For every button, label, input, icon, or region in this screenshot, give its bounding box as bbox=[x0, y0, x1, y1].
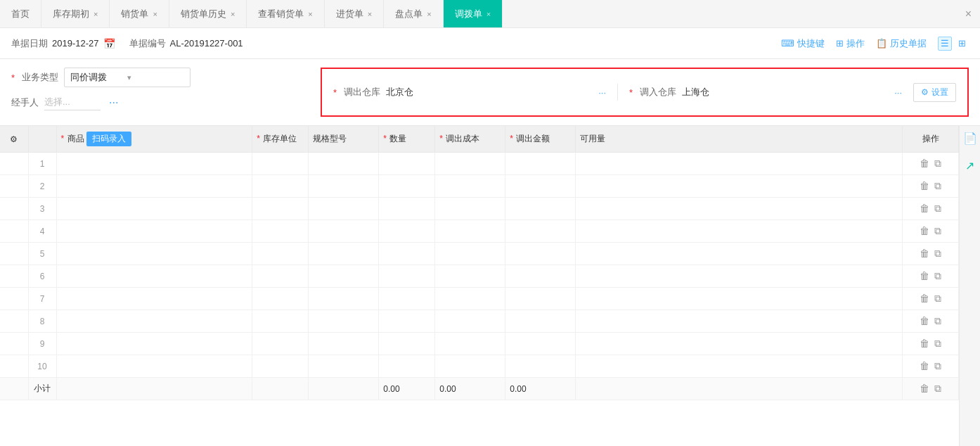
row-amount-cell[interactable] bbox=[505, 243, 576, 265]
row-copy-icon[interactable]: ⧉ bbox=[934, 270, 941, 281]
row-delete-icon[interactable]: 🗑 bbox=[920, 158, 929, 169]
close-all-button[interactable]: × bbox=[957, 8, 980, 20]
row-avail-cell[interactable] bbox=[576, 175, 903, 198]
tab-sales-order-close[interactable]: × bbox=[153, 10, 157, 18]
row-unit-cell[interactable] bbox=[252, 333, 309, 355]
row-product-cell[interactable] bbox=[56, 175, 252, 198]
tab-inventory-check[interactable]: 盘点单 × bbox=[384, 0, 443, 27]
row-copy-icon[interactable]: ⧉ bbox=[934, 225, 941, 236]
row-copy-icon[interactable]: ⧉ bbox=[934, 248, 941, 259]
row-amount-cell[interactable] bbox=[505, 288, 576, 310]
row-amount-cell[interactable] bbox=[505, 198, 576, 220]
row-spec-cell[interactable] bbox=[309, 220, 379, 243]
person-select[interactable]: 选择... bbox=[44, 94, 101, 110]
row-spec-cell[interactable] bbox=[309, 310, 379, 333]
row-product-cell[interactable] bbox=[56, 333, 252, 355]
row-unit-cell[interactable] bbox=[252, 153, 309, 175]
tab-purchase-order[interactable]: 进货单 × bbox=[325, 0, 384, 27]
row-cost-cell[interactable] bbox=[435, 310, 505, 333]
row-spec-cell[interactable] bbox=[309, 333, 379, 355]
row-product-cell[interactable] bbox=[56, 265, 252, 288]
row-qty-cell[interactable] bbox=[379, 153, 435, 175]
row-product-cell[interactable] bbox=[56, 243, 252, 265]
row-unit-cell[interactable] bbox=[252, 175, 309, 198]
row-qty-cell[interactable] bbox=[379, 220, 435, 243]
row-product-cell[interactable] bbox=[56, 310, 252, 333]
row-qty-cell[interactable] bbox=[379, 265, 435, 288]
transfer-out-dots-button[interactable]: ··· bbox=[598, 87, 606, 98]
row-amount-cell[interactable] bbox=[505, 265, 576, 288]
row-spec-cell[interactable] bbox=[309, 243, 379, 265]
row-unit-cell[interactable] bbox=[252, 265, 309, 288]
row-amount-cell[interactable] bbox=[505, 355, 576, 378]
operations-button[interactable]: ⊞ 操作 bbox=[836, 37, 865, 50]
tab-view-sales-close[interactable]: × bbox=[308, 10, 312, 18]
row-spec-cell[interactable] bbox=[309, 153, 379, 175]
row-copy-icon[interactable]: ⧉ bbox=[934, 180, 941, 191]
row-avail-cell[interactable] bbox=[576, 220, 903, 243]
tab-transfer-order[interactable]: 调拨单 × bbox=[444, 0, 503, 27]
row-qty-cell[interactable] bbox=[379, 175, 435, 198]
row-avail-cell[interactable] bbox=[576, 310, 903, 333]
layout-grid-icon[interactable]: ⊞ bbox=[955, 37, 969, 51]
row-unit-cell[interactable] bbox=[252, 243, 309, 265]
row-unit-cell[interactable] bbox=[252, 355, 309, 378]
row-unit-cell[interactable] bbox=[252, 288, 309, 310]
row-copy-icon[interactable]: ⧉ bbox=[934, 338, 941, 349]
scan-btn[interactable]: 扫码录入 bbox=[86, 132, 131, 146]
row-avail-cell[interactable] bbox=[576, 333, 903, 355]
sidebar-export-icon[interactable]: ↗ bbox=[965, 159, 974, 172]
row-delete-icon[interactable]: 🗑 bbox=[920, 293, 929, 304]
row-product-cell[interactable] bbox=[56, 355, 252, 378]
sidebar-doc-icon[interactable]: 📄 bbox=[963, 132, 977, 145]
row-spec-cell[interactable] bbox=[309, 198, 379, 220]
person-dots-button[interactable]: ··· bbox=[109, 96, 118, 109]
transfer-in-dots-button[interactable]: ··· bbox=[894, 87, 902, 98]
row-cost-cell[interactable] bbox=[435, 265, 505, 288]
row-copy-icon[interactable]: ⧉ bbox=[934, 203, 941, 214]
settings-button[interactable]: ⚙ 设置 bbox=[913, 83, 956, 102]
row-product-cell[interactable] bbox=[56, 220, 252, 243]
row-cost-cell[interactable] bbox=[435, 333, 505, 355]
table-scroll[interactable]: ⚙ * 商品 扫码录入 * 库存单位 bbox=[0, 126, 959, 446]
row-copy-icon[interactable]: ⧉ bbox=[934, 360, 941, 371]
row-qty-cell[interactable] bbox=[379, 243, 435, 265]
row-delete-icon[interactable]: 🗑 bbox=[920, 315, 929, 326]
history-orders-button[interactable]: 📋 历史单据 bbox=[876, 37, 927, 50]
row-avail-cell[interactable] bbox=[576, 288, 903, 310]
row-delete-icon[interactable]: 🗑 bbox=[920, 248, 929, 259]
tab-inventory-check-close[interactable]: × bbox=[427, 10, 431, 18]
tab-inventory-init-close[interactable]: × bbox=[94, 10, 98, 18]
col-gear-header[interactable]: ⚙ bbox=[0, 126, 28, 153]
row-cost-cell[interactable] bbox=[435, 175, 505, 198]
row-amount-cell[interactable] bbox=[505, 333, 576, 355]
tab-purchase-order-close[interactable]: × bbox=[368, 10, 372, 18]
row-amount-cell[interactable] bbox=[505, 220, 576, 243]
tab-home[interactable]: 首页 bbox=[0, 0, 41, 27]
tab-sales-order[interactable]: 销货单 × bbox=[110, 0, 169, 27]
business-type-select[interactable]: 同价调拨 ▾ bbox=[64, 68, 191, 87]
row-avail-cell[interactable] bbox=[576, 243, 903, 265]
row-product-cell[interactable] bbox=[56, 198, 252, 220]
row-qty-cell[interactable] bbox=[379, 355, 435, 378]
row-delete-icon[interactable]: 🗑 bbox=[920, 270, 929, 281]
row-amount-cell[interactable] bbox=[505, 175, 576, 198]
row-delete-icon[interactable]: 🗑 bbox=[920, 225, 929, 236]
row-qty-cell[interactable] bbox=[379, 198, 435, 220]
subtotal-copy-icon[interactable]: ⧉ bbox=[934, 383, 941, 394]
row-unit-cell[interactable] bbox=[252, 198, 309, 220]
row-amount-cell[interactable] bbox=[505, 310, 576, 333]
layout-list-icon[interactable]: ☰ bbox=[938, 37, 952, 51]
row-delete-icon[interactable]: 🗑 bbox=[920, 338, 929, 349]
row-spec-cell[interactable] bbox=[309, 175, 379, 198]
row-amount-cell[interactable] bbox=[505, 153, 576, 175]
row-cost-cell[interactable] bbox=[435, 288, 505, 310]
tab-sales-history-close[interactable]: × bbox=[231, 10, 235, 18]
quick-keys-button[interactable]: ⌨ 快捷键 bbox=[781, 37, 825, 50]
row-copy-icon[interactable]: ⧉ bbox=[934, 158, 941, 169]
row-copy-icon[interactable]: ⧉ bbox=[934, 315, 941, 326]
row-delete-icon[interactable]: 🗑 bbox=[920, 180, 929, 191]
row-qty-cell[interactable] bbox=[379, 310, 435, 333]
row-cost-cell[interactable] bbox=[435, 220, 505, 243]
row-unit-cell[interactable] bbox=[252, 310, 309, 333]
